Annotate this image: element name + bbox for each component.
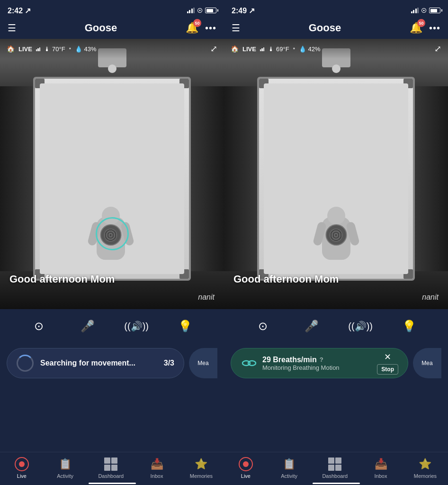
nav-activity-left[interactable]: 📋 Activity [51,457,80,479]
greeting-text-left: Good afternoon Mom [9,273,115,285]
nanit-logo-left: nanit [198,293,215,302]
camera-btn-right[interactable]: ⊙ [252,316,273,337]
pill-actions-right: ✕ Stop [377,352,398,375]
wifi-icon-right: ☉ [421,7,427,14]
speaker-btn-right[interactable]: ((🔊)) [350,316,371,337]
status-bar-left: 2:42 ↗ ☉ [0,0,224,19]
mea-label-right: Mea [421,360,432,366]
home-icon-right: 🏠 [231,45,239,53]
baby-head-right [327,207,345,225]
speaker-btn-left[interactable]: ((🔊)) [126,316,147,337]
svg-point-1 [248,361,256,366]
controls-row-left: ⊙ 🎤 ((🔊)) 💡 [0,309,224,343]
cam-info-right-right: ⤢ [434,44,441,54]
nav-activity-right[interactable]: 📋 Activity [275,457,304,479]
bottom-nav-left: Live 📋 Activity Dashboard 📥 Inbox ⭐ Memo [0,452,224,483]
nav-live-right[interactable]: Live [232,457,260,479]
fullscreen-icon-right[interactable]: ⤢ [434,44,441,54]
camera-feed-right[interactable]: Good afternoon Mom nanit 🏠 LIVE 🌡 69°F •… [224,39,448,309]
nav-inbox-label-left: Inbox [151,473,163,479]
crib [33,77,191,281]
nav-inbox-left[interactable]: 📥 Inbox [143,457,171,479]
left-panel: 2:42 ↗ ☉ ☰ Goose 🔔 50 ••• [0,0,224,485]
humidity-right: 💧 42% [299,46,321,53]
nav-memories-label-left: Memories [190,473,213,479]
nav-dashboard-icon-left [104,457,118,471]
nav-dashboard-right[interactable]: Dashboard [318,457,351,479]
pill-main-text-left: Searching for movement... [40,359,157,367]
divider-right: • [293,46,295,52]
camera-btn-left[interactable]: ⊙ [28,316,49,337]
nav-dashboard-label-right: Dashboard [322,473,348,479]
nav-dashboard-left[interactable]: Dashboard [94,457,127,479]
mea-pill-left[interactable]: Mea [189,348,217,378]
baby-body-right [322,217,350,260]
pill-sub-text-right: Monitoring Breathing Motion [262,364,372,371]
nav-inbox-label-right: Inbox [375,473,387,479]
mic-btn-left[interactable]: 🎤 [77,316,98,337]
app-title-right: Goose [309,22,341,34]
speaker-icon-right: ((🔊)) [348,320,373,332]
menu-icon-left[interactable]: ☰ [8,22,16,34]
baby-arm-right-right [345,221,359,247]
pill-count-left: 3/3 [164,359,174,367]
notification-bell-right[interactable]: 🔔 50 [410,22,422,34]
nav-inbox-right[interactable]: 📥 Inbox [367,457,395,479]
nav-memories-right[interactable]: ⭐ Memories [410,457,440,479]
status-pill-left[interactable]: Searching for movement... 3/3 [7,348,184,378]
close-btn-right[interactable]: ✕ [384,352,391,362]
speaker-icon-left: ((🔊)) [124,320,149,332]
bulb-btn-left[interactable]: 💡 [175,316,196,337]
more-menu-left[interactable]: ••• [205,23,216,34]
greeting-text-right: Good afternoon Mom [233,273,339,285]
menu-icon-right[interactable]: ☰ [232,22,240,34]
camera-icon-right: ⊙ [258,320,268,333]
nanit-device-right [325,224,347,246]
fullscreen-icon-left[interactable]: ⤢ [210,44,217,54]
right-panel: 2:49 ↗ ☉ ☰ Goose 🔔 50 ••• [224,0,448,485]
pill-spinner-left [17,355,34,372]
breathing-icon-wrapper [241,355,258,372]
camera-scene-right: Good afternoon Mom nanit 🏠 LIVE 🌡 69°F •… [224,39,448,309]
bulb-btn-right[interactable]: 💡 [399,316,420,337]
crib-mat-right [264,83,408,274]
breaths-value: 29 Breaths/min [262,356,317,364]
signal-icon-right [411,8,419,13]
mic-btn-right[interactable]: 🎤 [301,316,322,337]
nav-live-left[interactable]: Live [8,457,36,479]
nav-activity-label-left: Activity [57,473,73,479]
signal-icon-left [187,8,195,13]
nav-activity-label-right: Activity [281,473,297,479]
mea-pill-right[interactable]: Mea [413,348,441,378]
status-area-right: 29 Breaths/min ? Monitoring Breathing Mo… [224,343,448,382]
question-mark-icon[interactable]: ? [320,356,323,363]
status-pill-right[interactable]: 29 Breaths/min ? Monitoring Breathing Mo… [231,348,408,378]
humidity-left: 💧 43% [75,46,97,53]
notification-badge-left: 50 [193,19,201,27]
cam-info-left-right: 🏠 LIVE 🌡 69°F • 💧 42% [231,45,320,53]
app-title-left: Goose [85,22,117,34]
nav-inbox-icon-left: 📥 [150,457,164,471]
notification-bell-left[interactable]: 🔔 50 [186,22,198,34]
pill-text-left: Searching for movement... [40,359,157,367]
nav-live-label-left: Live [17,473,27,479]
cam-signal-left [36,46,41,51]
header-right-left: 🔔 50 ••• [186,22,216,34]
crib-mat [40,83,184,274]
controls-row-right: ⊙ 🎤 ((🔊)) 💡 [224,309,448,343]
pill-main-text-right: 29 Breaths/min ? [262,356,372,364]
light-bulb-right [332,64,340,73]
nav-inbox-icon-right: 📥 [374,457,388,471]
camera-feed-left[interactable]: Good afternoon Mom nanit 🏠 LIVE 🌡 70°F •… [0,39,224,309]
more-menu-right[interactable]: ••• [429,23,440,34]
live-circle-icon-left [15,457,29,471]
baby-arm-left-right [312,221,326,247]
nav-live-label-right: Live [241,473,251,479]
nav-memories-left[interactable]: ⭐ Memories [186,457,216,479]
bulb-icon-left: 💡 [178,320,192,333]
live-label-right: LIVE [242,46,256,53]
camera-icon-left: ⊙ [34,320,44,333]
stop-btn-right[interactable]: Stop [377,364,398,375]
nav-memories-label-right: Memories [414,473,437,479]
status-time-left: 2:42 ↗ [8,6,31,15]
